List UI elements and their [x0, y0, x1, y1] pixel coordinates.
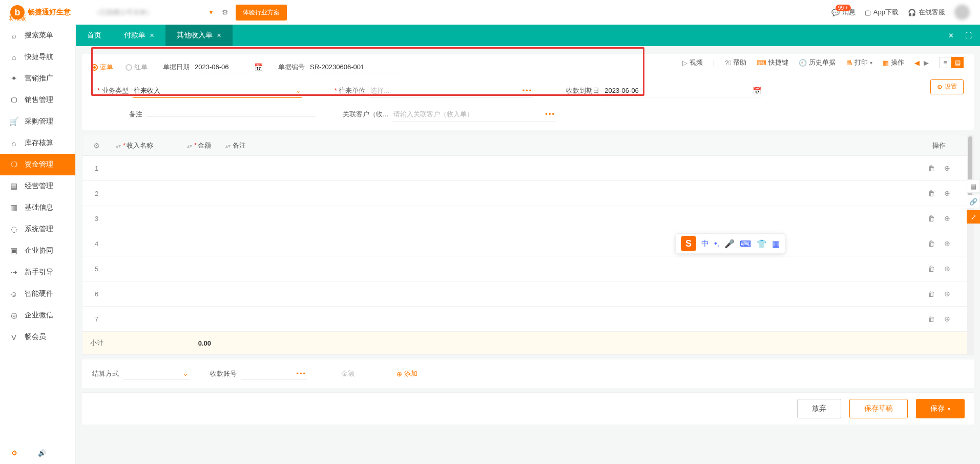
ime-toolbar[interactable]: S 中 •, 🎤 ⌨ 👕 ▦: [675, 233, 785, 254]
sidebar-item-finance[interactable]: ❍资金管理: [0, 154, 75, 175]
save-draft-button[interactable]: 保存草稿: [849, 399, 908, 418]
trial-button[interactable]: 体验行业方案: [236, 5, 287, 21]
doc-date-value[interactable]: 2023-06-06: [194, 61, 250, 73]
vertical-scrollbar[interactable]: [967, 135, 973, 354]
col-memo[interactable]: ▴▾备注: [218, 141, 911, 150]
sidebar-item-hardware[interactable]: ☺智能硬件: [0, 283, 75, 305]
settle-amount-input[interactable]: [359, 372, 379, 376]
prev-icon[interactable]: ◀: [914, 59, 920, 67]
related-customer-input[interactable]: 请输入关联客户（收入单）•••: [392, 108, 556, 122]
add-row-icon[interactable]: ⊕: [944, 290, 950, 298]
add-row-icon[interactable]: ⊕: [944, 214, 950, 223]
sidebar-item-sales[interactable]: ⬡销售管理: [0, 89, 75, 111]
add-row-icon[interactable]: ⊕: [944, 265, 950, 273]
delete-row-icon[interactable]: 🗑: [928, 265, 935, 273]
help-button[interactable]: ?⃝帮助: [725, 58, 746, 67]
operations-button[interactable]: ▦操作: [883, 58, 904, 67]
more-icon[interactable]: •••: [545, 110, 555, 118]
add-row-icon[interactable]: ⊕: [944, 239, 950, 248]
sidebar-item-quicknav[interactable]: ⌂快捷导航: [0, 46, 75, 68]
table-row[interactable]: 5🗑⊕: [82, 256, 967, 281]
delete-row-icon[interactable]: 🗑: [928, 315, 935, 323]
video-button[interactable]: ▷视频: [682, 58, 703, 67]
sidebar-item-purchase[interactable]: 🛒采购管理: [0, 111, 75, 132]
close-icon[interactable]: ✕: [150, 32, 154, 39]
customer-service-button[interactable]: 🎧 在线客服: [908, 8, 945, 17]
biz-type-select[interactable]: 往来收入⌄: [133, 84, 302, 98]
table-row[interactable]: 3🗑⊕: [82, 206, 967, 231]
more-icon[interactable]: •••: [296, 370, 306, 377]
delete-row-icon[interactable]: 🗑: [928, 189, 935, 197]
speaker-icon[interactable]: 🔊: [38, 449, 46, 457]
save-button[interactable]: 保存▾: [916, 399, 965, 418]
fullscreen-icon[interactable]: ⛶: [961, 28, 976, 43]
sidebar-item-vip[interactable]: V畅会员: [0, 326, 75, 348]
settings-icon[interactable]: ⚙: [222, 8, 228, 16]
table-row[interactable]: 2🗑⊕: [82, 181, 967, 206]
memo-input[interactable]: [147, 112, 316, 117]
messages-button[interactable]: 💬 消息 99 +: [831, 8, 856, 17]
party-select[interactable]: 选择...•••: [369, 84, 533, 98]
close-tab-icon[interactable]: ✕: [943, 28, 958, 43]
app-download-button[interactable]: ▢ App下载: [865, 8, 899, 17]
add-row-icon[interactable]: ⊕: [944, 315, 950, 323]
gear-icon[interactable]: ⚙: [11, 449, 17, 457]
company-switch-icon[interactable]: ▾: [210, 9, 213, 16]
calendar-icon[interactable]: 📅: [254, 63, 263, 71]
history-button[interactable]: 🕘历史单据: [799, 58, 836, 67]
doc-no-value[interactable]: SR-20230606-001: [309, 61, 401, 73]
due-date-input[interactable]: 2023-06-06📅: [603, 85, 762, 97]
delete-row-icon[interactable]: 🗑: [928, 290, 935, 298]
tab-home[interactable]: 首页: [76, 25, 113, 46]
sidebar-item-wechat[interactable]: ◎企业微信: [0, 305, 75, 326]
sidebar-item-collab[interactable]: ▣企业协同: [0, 240, 75, 261]
settings-button[interactable]: ⚙ 设置: [930, 79, 964, 94]
delete-row-icon[interactable]: 🗑: [928, 164, 935, 172]
sidebar-item-guide[interactable]: ⇢新手引导: [0, 261, 75, 283]
add-settlement-button[interactable]: ⊕ 添加: [397, 369, 418, 378]
discard-button[interactable]: 放弃: [797, 399, 841, 418]
next-icon[interactable]: ▶: [924, 59, 929, 67]
sidebar-item-marketing[interactable]: ✦营销推广: [0, 68, 75, 89]
settle-account-select[interactable]: •••: [241, 368, 307, 380]
print-button[interactable]: 🖶打印▾: [846, 58, 872, 67]
grid-config-icon[interactable]: ⚙: [82, 142, 111, 150]
close-icon[interactable]: ✕: [217, 32, 221, 39]
add-row-icon[interactable]: ⊕: [944, 164, 950, 172]
ime-skin-icon[interactable]: 👕: [757, 239, 767, 249]
more-icon[interactable]: •••: [523, 87, 533, 94]
sidebar-item-operation[interactable]: ▤经营管理: [0, 175, 75, 197]
settle-method-select[interactable]: ⌄: [123, 368, 190, 380]
delete-row-icon[interactable]: 🗑: [928, 214, 935, 223]
sidebar-item-search[interactable]: ⌕搜索菜单: [0, 25, 75, 46]
ime-punct-icon[interactable]: •,: [714, 239, 719, 248]
sidebar-item-inventory[interactable]: ⌂库存核算: [0, 132, 75, 154]
ime-lang[interactable]: 中: [701, 239, 709, 249]
note-icon[interactable]: ▤: [967, 179, 980, 193]
view-list-icon[interactable]: ≡: [939, 57, 951, 68]
ime-mic-icon[interactable]: 🎤: [724, 239, 735, 249]
radio-red[interactable]: 红单: [126, 63, 148, 72]
sidebar-item-system[interactable]: ◌系统管理: [0, 218, 75, 240]
avatar[interactable]: [954, 5, 970, 20]
ime-keyboard-icon[interactable]: ⌨: [740, 239, 752, 249]
radio-blue[interactable]: 蓝单: [91, 63, 113, 72]
col-name[interactable]: ▴▾*收入名称: [111, 141, 167, 150]
view-card-icon[interactable]: ▤: [951, 57, 964, 68]
hotkey-button[interactable]: ⌨快捷键: [757, 58, 788, 67]
table-row[interactable]: 6🗑⊕: [82, 281, 967, 307]
table-row[interactable]: 4🗑⊕: [82, 231, 967, 256]
tab-payment[interactable]: 付款单✕: [113, 25, 165, 46]
table-row[interactable]: 1🗑⊕: [82, 156, 967, 181]
calendar-icon[interactable]: 📅: [753, 87, 761, 95]
link-icon[interactable]: 🔗: [967, 195, 980, 208]
add-row-icon[interactable]: ⊕: [944, 189, 950, 197]
ime-menu-icon[interactable]: ▦: [772, 239, 780, 249]
doc-date-field: 单据日期 2023-06-06 📅: [160, 61, 263, 73]
sidebar-item-basic[interactable]: ▥基础信息: [0, 197, 75, 218]
delete-row-icon[interactable]: 🗑: [928, 239, 935, 248]
col-amount[interactable]: ▴▾*金额: [167, 141, 218, 150]
table-row[interactable]: 7🗑⊕: [82, 307, 967, 332]
tab-other-income[interactable]: 其他收入单✕: [165, 25, 233, 46]
expand-icon[interactable]: ⤢: [967, 210, 980, 224]
